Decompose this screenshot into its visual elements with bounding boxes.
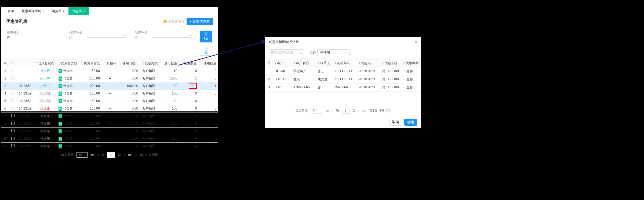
col-distribute[interactable]: ▲▼发放方式 bbox=[140, 59, 160, 67]
cancel-button[interactable]: 取消 bbox=[389, 119, 402, 126]
face-value-cell: 150.00 bbox=[79, 112, 102, 120]
modal-search-input[interactable]: 搜索优惠券名称 ⌕ bbox=[269, 49, 304, 56]
row-checkbox[interactable] bbox=[11, 122, 14, 125]
table-row[interactable]: 11 14 23:59 待发布 代代金券 150.00 -- 0.00 客户领取… bbox=[1, 142, 218, 150]
modal-page-input[interactable] bbox=[342, 108, 350, 114]
table-row[interactable]: 8 14 23:59 待发布 代代金券 150.00 -- 0.00 客户领取 … bbox=[1, 120, 218, 127]
page-input[interactable] bbox=[107, 152, 115, 158]
table-row[interactable]: 3 07 23:59 执行中 代代金券 200.00 -- 1000.00 客户… bbox=[1, 82, 218, 90]
first-page-icon[interactable]: ⋘ bbox=[90, 153, 95, 157]
table-row[interactable]: 7 14 23:59 待发布 代代金券 150.00 -- 0.00 客户领取 … bbox=[1, 112, 218, 120]
issue-qty-cell: 100 bbox=[160, 112, 179, 120]
claim-qty-cell: 0 bbox=[179, 112, 199, 120]
distribute-coupon-link[interactable]: 🎫 发放优惠券 bbox=[163, 19, 184, 24]
row-checkbox[interactable] bbox=[11, 99, 14, 102]
add-coupon-button[interactable]: + 新增优惠券 bbox=[187, 18, 213, 25]
col-issue-qty[interactable]: ▲▼发行数量 bbox=[160, 59, 179, 67]
col-type[interactable]: ▲▼优惠券类型 bbox=[56, 59, 79, 67]
row-checkbox[interactable] bbox=[11, 84, 14, 87]
table-row[interactable]: 5 14 23:59 已过期 代代金券 150.00 -- 0.00 客户领取 … bbox=[1, 97, 218, 105]
last-page-icon[interactable]: ⋙ bbox=[362, 109, 367, 113]
filter-type-label: 优惠券类型 bbox=[134, 31, 150, 40]
claim-count-link[interactable]: 3 bbox=[189, 83, 197, 89]
mcol-phone[interactable]: ▲▼电话号码 bbox=[332, 58, 356, 67]
face-value-cell: 150.00 bbox=[79, 97, 102, 105]
tab-coupon[interactable]: 优惠券× bbox=[68, 7, 89, 15]
table-row[interactable]: 6 14 23:59 已终止 代代金券 150.00 -- 0.00 客户领取 … bbox=[1, 105, 218, 112]
prev-page-icon[interactable]: ‹ bbox=[332, 109, 333, 113]
next-page-icon[interactable]: › bbox=[358, 109, 359, 113]
close-icon[interactable]: × bbox=[43, 10, 44, 13]
mcol-contact[interactable]: ▲▼联系人 bbox=[316, 58, 332, 67]
mcol-subject[interactable]: ▲▼优惠主题 bbox=[380, 58, 401, 67]
col-discount[interactable]: ▲▼折扣% bbox=[102, 59, 118, 67]
gear-icon[interactable]: ⚙ bbox=[1, 59, 9, 67]
pagination: 每页显示 50⌄ ⋘ ‹ 第 页 › ⋙ 共1页, 49条记录 bbox=[1, 150, 218, 160]
col-face[interactable]: ▲▼优惠券面值 bbox=[79, 59, 102, 67]
row-checkbox[interactable] bbox=[11, 92, 14, 95]
close-icon[interactable]: × bbox=[83, 10, 85, 13]
row-checkbox[interactable] bbox=[11, 114, 14, 117]
row-time: 14 23:59 bbox=[17, 90, 34, 97]
row-time: 14 23:59 bbox=[17, 142, 34, 150]
tab-sales-order[interactable]: 销货单× bbox=[48, 7, 68, 15]
row-checkbox[interactable] bbox=[11, 144, 14, 147]
mcol-type[interactable]: ▲▼优惠券类 bbox=[401, 58, 421, 67]
last-page-icon[interactable]: ⋙ bbox=[128, 153, 132, 157]
claim-qty-cell: 0 bbox=[179, 105, 199, 112]
table-row[interactable]: 4 14 23:59 已过期 代代金券 150.00 -- 0.00 客户领取 … bbox=[1, 90, 218, 97]
coupon-type-cell: 代代金券 bbox=[56, 120, 79, 127]
threshold-cell: 0.00 bbox=[118, 120, 140, 127]
tab-home[interactable]: 首页 bbox=[4, 7, 18, 15]
status-badge: 已过期 bbox=[39, 91, 52, 96]
col-claim-qty[interactable]: ▲▼领用数量 bbox=[179, 59, 199, 67]
gear-icon[interactable]: ⚙ bbox=[265, 58, 272, 67]
table-row[interactable]: 1 待执行 代代金券 50.00 -- 0.00 客户领取 10 0 0 ↗ ▦ bbox=[1, 67, 218, 75]
use-qty-cell: 1 bbox=[199, 82, 218, 90]
claim-qty-cell: 3 bbox=[179, 82, 199, 90]
mcol-code[interactable]: ▲▼优惠码 bbox=[356, 58, 380, 67]
table-row[interactable]: 9 14 23:59 待发布 代代金券 150.00 -- 0.00 客户领取 … bbox=[1, 127, 218, 135]
row-checkbox[interactable] bbox=[11, 137, 14, 140]
mcol-cust-name[interactable]: ▲▼客户名称 bbox=[291, 58, 315, 67]
row-checkbox[interactable] bbox=[11, 129, 14, 132]
coupon-name-input[interactable] bbox=[24, 32, 61, 38]
face-value-cell: 150.00 bbox=[79, 135, 102, 142]
row-number: 3 bbox=[1, 82, 9, 90]
table-row[interactable]: 2 执行中 代代金券 100.00 -- 0.00 客户领取 1000 1 0 … bbox=[1, 75, 218, 82]
table-row[interactable]: 10 14 23:59 待发布 代代金券 150.00 -- 0.00 客户领取… bbox=[1, 135, 218, 142]
select-all-checkbox[interactable] bbox=[11, 61, 14, 64]
first-page-icon[interactable]: ⋘ bbox=[325, 109, 329, 113]
row-checkbox[interactable] bbox=[11, 107, 14, 110]
confirm-button[interactable]: 确定 bbox=[404, 119, 417, 126]
coupon-type-select[interactable]: ⌄ bbox=[152, 33, 192, 38]
col-threshold[interactable]: ▲▼使用门槛... bbox=[118, 59, 140, 67]
mcol-cust-no[interactable]: ▲▼客户... bbox=[272, 58, 291, 67]
settings-button[interactable]: 设置 bbox=[200, 44, 212, 56]
status-badge: 已过期 bbox=[39, 99, 52, 103]
face-value-cell: 150.00 bbox=[79, 105, 102, 112]
claim-qty-cell: 0 bbox=[179, 142, 199, 150]
table-row[interactable]: 3 0001 17666666666 张 156 6666 ... 201912… bbox=[265, 83, 421, 91]
col-use-qty[interactable]: ▲▼使用数量 bbox=[199, 59, 218, 67]
per-page-select[interactable]: 50⌄ bbox=[77, 152, 88, 158]
next-page-icon[interactable]: › bbox=[124, 153, 125, 157]
coupon-status-select[interactable]: ⌄ bbox=[87, 33, 126, 38]
modal-per-page-select[interactable]: 50⌄ bbox=[311, 108, 322, 114]
row-checkbox[interactable] bbox=[11, 77, 14, 80]
tab-coupon-detail[interactable]: 优惠券详情页× bbox=[18, 7, 48, 15]
threshold-cell: 0.00 bbox=[118, 75, 140, 82]
table-row[interactable]: 2 00010001 北京1 唐先生 11111111111 201912070… bbox=[265, 75, 421, 83]
close-icon[interactable]: × bbox=[415, 40, 417, 44]
query-button[interactable]: 查询 bbox=[200, 31, 212, 42]
table-row[interactable]: 1 RETAIL... 零散客户 张三 11111111111 20191207… bbox=[265, 67, 421, 75]
cust-name-cell: 北京1 bbox=[291, 75, 315, 83]
coupon-type-cell: 代代金券 bbox=[56, 97, 79, 105]
status-badge: 待发布 bbox=[40, 114, 50, 118]
coupon-type-cell: 代金券 bbox=[401, 67, 421, 75]
prev-page-icon[interactable]: ‹ bbox=[97, 153, 99, 157]
close-icon[interactable]: × bbox=[63, 10, 65, 13]
modal-status-select[interactable]: 已使用 ⌄ bbox=[317, 49, 350, 56]
row-checkbox[interactable] bbox=[11, 69, 14, 72]
col-status[interactable]: ▲▼优惠券状态 bbox=[34, 59, 56, 67]
